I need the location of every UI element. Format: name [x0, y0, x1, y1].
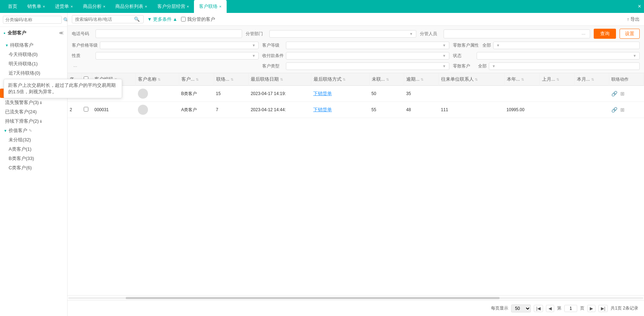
cell-last-way: 下销货单 [311, 102, 369, 118]
status-select[interactable]: ▼ [477, 52, 640, 60]
sidebar-item-lost-warning[interactable]: 流失预警客户(3) ℹ [0, 98, 67, 107]
chevron-down-icon: ▼ [443, 43, 446, 47]
col-action: 联络动作 [609, 73, 644, 86]
next-page-btn[interactable]: ▶ [587, 305, 596, 312]
action-more-icon[interactable]: ⊞ [620, 91, 625, 96]
query-button[interactable]: 查询 [594, 29, 616, 39]
nav-purchase[interactable]: 进货单 × [50, 0, 78, 13]
person-select[interactable]: ··· [444, 29, 590, 38]
sidebar-search-icon[interactable]: 🔍 [63, 17, 68, 23]
sidebar-item-a-class[interactable]: A类客户(1) [0, 145, 67, 154]
col-unit-contact: 往来单位联系人 ⇅ [439, 73, 504, 86]
price-level-select[interactable]: ▼ [100, 42, 259, 49]
cell-overdue: 35 [404, 86, 439, 102]
sort-unit-icon[interactable]: ⇅ [475, 77, 478, 81]
sort-type-icon[interactable]: ⇅ [196, 77, 199, 81]
sort-contact-icon[interactable]: ⇅ [231, 77, 233, 81]
sidebar-group-pending[interactable]: ▼ 待联络客户 [0, 41, 67, 50]
nature-select[interactable]: ▼ [96, 52, 259, 60]
sidebar-item-tomorrow[interactable]: 明天待联络(1) [0, 59, 67, 69]
sort-year-icon[interactable]: ⇅ [521, 77, 524, 81]
filter-row-4: ··· 客户类型 ▼ 零散客户 全部 ▼ [72, 62, 640, 70]
action-link-icon[interactable]: 🔗 [611, 107, 617, 113]
filter-price-level: 客户价格等级 ▼ [72, 42, 259, 49]
dept-select[interactable]: ▼ [269, 30, 416, 38]
nav-analysis[interactable]: 商品分析 × [78, 0, 110, 13]
last-page-btn[interactable]: ▶| [598, 305, 608, 312]
nav-home[interactable]: 首页 [3, 0, 22, 13]
chevron-down-icon: ▼ [492, 64, 496, 68]
export-button[interactable]: ↑ 导出 [627, 16, 640, 23]
table-row: 1 000039 B类客户 15 2023-04-17 14:19: 下销货单 … [68, 86, 644, 102]
action-link-icon[interactable]: 🔗 [611, 91, 617, 96]
more-conditions-btn[interactable]: ▼ 更多条件 ▲ [147, 16, 177, 23]
sort-date-icon[interactable]: ⇅ [280, 77, 283, 81]
page-input[interactable] [564, 305, 577, 312]
phone-input[interactable] [96, 29, 242, 38]
dots-icon[interactable]: ··· [580, 31, 587, 37]
search-input[interactable] [75, 17, 133, 22]
my-customers-check[interactable]: 我分管的客户 [181, 16, 215, 23]
all-customers-header: ▪ 全部客户 ≪ [0, 27, 67, 39]
sidebar-item-today[interactable]: 今天待联络(0) [0, 50, 67, 59]
sort-way-icon[interactable]: ⇅ [343, 77, 346, 81]
content-area: 🔍 ▼ 更多条件 ▲ 我分管的客户 ↑ 导出 电话号码 [68, 13, 644, 316]
retail-customer-select[interactable]: ▼ [489, 62, 640, 70]
sidebar-item-c-class[interactable]: C类客户(6) [0, 163, 67, 173]
col-last-date: 最后联络日期 ⇅ [249, 73, 311, 86]
sidebar-item-lost[interactable]: 已流失客户(24) [0, 107, 67, 117]
customer-level-select[interactable]: ▼ [286, 42, 449, 49]
cell-contact: 7 [214, 102, 249, 118]
cell-unpaid: 55 [369, 102, 404, 118]
more-dots-btn[interactable]: ··· [72, 63, 79, 69]
nav-sales[interactable]: 销售单 × [22, 0, 50, 13]
sort-unpaid-icon[interactable]: ⇅ [386, 77, 389, 81]
contact-way-link[interactable]: 下销货单 [313, 91, 332, 96]
search-icon[interactable]: 🔍 [134, 16, 140, 22]
tooltip-box: 距客户上次交易时长，超过了此客户的平均交易周期的1.5倍，则视为异常。 [4, 79, 122, 98]
contact-way-link[interactable]: 下销货单 [313, 107, 332, 112]
my-customers-checkbox[interactable] [181, 17, 186, 22]
avatar [138, 105, 148, 115]
nav-customer-contact[interactable]: 客户联络 × [194, 0, 226, 13]
cell-checkbox[interactable] [82, 102, 92, 118]
prev-page-btn[interactable]: ◀ [546, 305, 554, 312]
cell-last-month [539, 102, 574, 118]
sidebar-item-b-class[interactable]: B类客户(33) [0, 154, 67, 163]
nav-customer-tier[interactable]: 客户分层经营 × [152, 0, 194, 13]
cell-type: A类客户 [179, 102, 214, 118]
horizontal-scrollbar[interactable] [68, 295, 644, 300]
filter-retail-customer: 零散客户 全部 ▼ [453, 62, 640, 70]
sidebar-item-ungroup[interactable]: 未分组(32) [0, 135, 67, 145]
cell-contact: 15 [214, 86, 249, 102]
payment-select[interactable]: ▼ [286, 52, 449, 60]
filter-phone: 电话号码 [72, 29, 242, 38]
sort-overdue-icon[interactable]: ⇅ [421, 77, 423, 81]
sort-name-icon[interactable]: ⇅ [158, 77, 161, 81]
window-close-button[interactable]: × [638, 3, 641, 10]
chevron-down-icon: ▼ [443, 54, 446, 58]
pagination-bar: 每页显示 50 100 |◀ ◀ 第 页 ▶ ▶| 共1页 2条记录 [68, 300, 644, 316]
sidebar-item-7days[interactable]: 近7天待联络(0) [0, 69, 67, 78]
sidebar-collapse-btn[interactable]: ≪ [59, 30, 64, 36]
customer-type-select[interactable]: ▼ [286, 62, 449, 70]
first-page-btn[interactable]: |◀ [534, 305, 543, 312]
cell-last-date: 2023-04-17 14:19: [249, 86, 311, 102]
sidebar-group-value[interactable]: ▼ 价值客户 ✎ [0, 126, 67, 135]
cell-name [136, 102, 179, 118]
cell-unit-contact [439, 86, 504, 102]
row-checkbox[interactable] [84, 107, 88, 112]
action-more-icon[interactable]: ⊞ [620, 107, 625, 113]
nav-analysis-list[interactable]: 商品分析列表 × [110, 0, 152, 13]
settings-button[interactable]: 设置 [620, 29, 640, 39]
edit-icon[interactable]: ✎ [29, 128, 32, 133]
cell-overdue: 48 [404, 102, 439, 118]
sort-lmonth-icon[interactable]: ⇅ [556, 77, 559, 81]
retail-attr-select[interactable]: ▼ [493, 42, 640, 49]
sidebar-search-input[interactable] [3, 16, 62, 24]
sidebar-item-declining[interactable]: 持续下滑客户(2) ℹ [0, 117, 67, 126]
page-size-select[interactable]: 50 100 [511, 305, 531, 312]
scrollbar-thumb[interactable] [126, 297, 500, 299]
customer-table: 序 客户编码 ⇅ 客户名称 ⇅ 客户... [68, 73, 644, 118]
sort-tmonth-icon[interactable]: ⇅ [591, 77, 594, 81]
